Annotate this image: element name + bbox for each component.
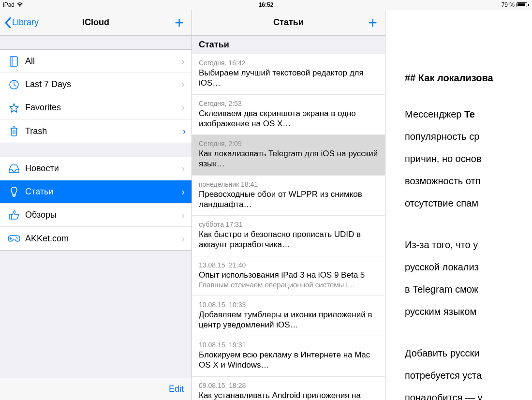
sidebar-item-label: Обзоры <box>25 210 181 220</box>
add-button[interactable]: + <box>172 15 187 30</box>
content-column: ## Как локализова Мессенджер Teпопулярно… <box>385 10 532 400</box>
sidebar-item[interactable]: Trash ›› <box>0 119 192 143</box>
star-icon <box>7 103 21 113</box>
list-item[interactable]: 10.08.15, 19:31 Блокируем всю рекламу в … <box>192 336 385 377</box>
chevron-right-icon: › <box>181 79 185 90</box>
item-date: понедельник 18:41 <box>199 180 378 188</box>
sidebar-toolbar: Edit <box>0 378 192 400</box>
item-subtitle: Главным отличаем операционной системы i… <box>199 281 378 290</box>
device-label: iPad <box>3 1 15 8</box>
status-time: 16:52 <box>259 1 274 8</box>
sidebar-item[interactable]: Last 7 Days › <box>0 73 192 96</box>
document-paragraph: Добавить русскипотребуется устапонадобит… <box>405 342 532 400</box>
list-item[interactable]: Сегодня, 2:09 Как локализовать Telegram … <box>192 135 385 176</box>
list-item[interactable]: Сегодня, 16:42 Выбираем лучший текстовой… <box>192 54 385 95</box>
chevron-right-icon: › <box>181 186 185 197</box>
chevron-right-icon: › <box>181 163 185 174</box>
svg-point-3 <box>16 237 17 238</box>
sidebar-item-label: All <box>25 56 181 66</box>
item-title: Склеиваем два скриншота экрана в одно из… <box>199 108 378 129</box>
item-title: Как быстро и безопасно прописать UDID в … <box>199 229 378 250</box>
expand-icon: ›› <box>183 126 185 136</box>
item-date: 10.08.15, 10:33 <box>199 301 378 309</box>
list-item[interactable]: суббота 17:31 Как быстро и безопасно про… <box>192 216 385 256</box>
list-navbar: Статьи + <box>192 10 385 36</box>
document-paragraph: Из-за того, что урусской локализв Telegr… <box>405 234 532 323</box>
wifi-icon <box>16 2 23 7</box>
document-heading: ## Как локализова <box>405 73 532 84</box>
list-item[interactable]: 09.08.15, 18:28 Как устанавливать Androi… <box>192 377 385 400</box>
list-item[interactable]: понедельник 18:41 Превосходные обои от W… <box>192 176 385 216</box>
status-bar: iPad 16:52 79 % <box>0 0 532 10</box>
list-item[interactable]: 10.08.15, 10:33 Добавляем тумблеры и ико… <box>192 296 385 337</box>
sidebar-item[interactable]: All › <box>0 50 192 73</box>
item-date: Сегодня, 2:53 <box>199 100 378 107</box>
battery-icon <box>517 2 529 7</box>
sidebar-item-label: Статьи <box>25 187 181 197</box>
sidebar-item-label: AKKet.com <box>25 234 181 244</box>
sidebar-column: Library iCloud + All › Last 7 Days › Fav… <box>0 10 192 400</box>
item-date: 10.08.15, 19:31 <box>199 341 378 349</box>
item-title: Опыт использования iPad 3 на iOS 9 Beta … <box>199 270 378 280</box>
sidebar-item[interactable]: Статьи › <box>0 180 192 204</box>
clock-icon <box>7 79 21 90</box>
item-title: Как локализовать Telegram для iOS на рус… <box>199 148 378 169</box>
item-date: суббота 17:31 <box>199 221 378 228</box>
bulb-icon <box>7 187 21 197</box>
svg-rect-0 <box>10 57 17 66</box>
inbox-icon <box>7 164 21 174</box>
chevron-right-icon: › <box>181 102 185 113</box>
list-title: Статьи <box>273 17 304 28</box>
chevron-right-icon: › <box>181 209 185 221</box>
sidebar-item-label: Last 7 Days <box>25 79 181 89</box>
sidebar-item-label: Новости <box>25 163 181 174</box>
sidebar-item-label: Trash <box>25 126 183 136</box>
chevron-right-icon: › <box>181 56 185 67</box>
battery-text: 79 % <box>502 1 515 8</box>
sidebar-item-label: Favorites <box>25 103 181 113</box>
svg-point-4 <box>17 238 18 239</box>
back-label: Library <box>12 17 39 28</box>
item-title: Блокируем всю рекламу в Интернете на Mac… <box>199 350 378 370</box>
item-date: Сегодня, 2:09 <box>199 140 378 148</box>
thumb-icon <box>7 210 21 220</box>
sidebar-item[interactable]: Favorites › <box>0 96 192 119</box>
list-section-header: Статьи <box>192 36 385 54</box>
book-icon <box>7 56 21 67</box>
item-date: 13.08.15, 21:40 <box>199 261 378 269</box>
sidebar-item[interactable]: AKKet.com › <box>0 227 192 250</box>
item-title: Превосходные обои от WLPPR из снимков ла… <box>199 189 378 210</box>
list-item[interactable]: 13.08.15, 21:40 Опыт использования iPad … <box>192 256 385 296</box>
chevron-right-icon: › <box>181 233 185 244</box>
sidebar-item[interactable]: Обзоры › <box>0 204 192 227</box>
sidebar-item[interactable]: Новости › <box>0 157 192 180</box>
item-title: Выбираем лучший текстовой редактор для i… <box>199 68 378 89</box>
sidebar-title: iCloud <box>82 17 109 28</box>
sidebar-navbar: Library iCloud + <box>0 10 192 36</box>
back-button[interactable]: Library <box>5 17 39 28</box>
document-paragraph: Мессенджер Teпопулярность српричин, но о… <box>405 103 532 214</box>
gamepad-icon <box>7 235 21 242</box>
item-date: 09.08.15, 18:28 <box>199 382 378 389</box>
item-date: Сегодня, 16:42 <box>199 59 378 67</box>
chevron-left-icon <box>5 17 11 28</box>
item-title: Добавляем тумблеры и иконки приложений в… <box>199 310 378 330</box>
trash-icon <box>7 126 21 136</box>
edit-button[interactable]: Edit <box>169 384 184 394</box>
list-item[interactable]: Сегодня, 2:53 Склеиваем два скриншота эк… <box>192 95 385 135</box>
list-column: Статьи + Статьи Сегодня, 16:42 Выбираем … <box>192 10 385 400</box>
item-title: Как устанавливать Android приложения на … <box>199 390 378 400</box>
add-note-button[interactable]: + <box>365 15 380 30</box>
